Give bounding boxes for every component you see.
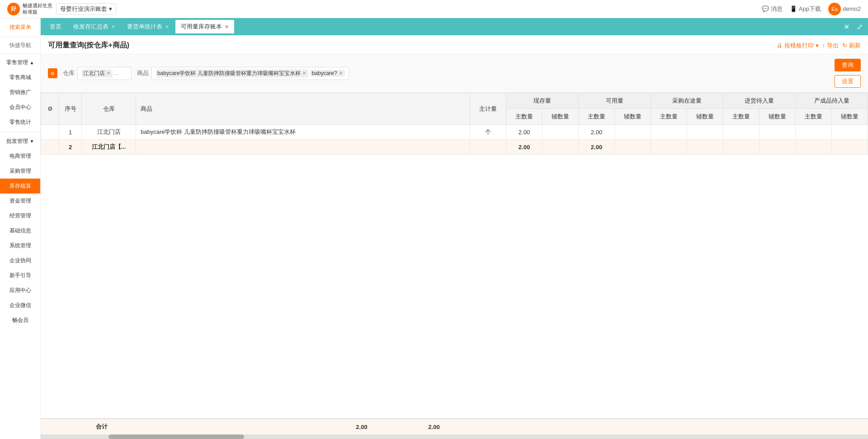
sidebar-item-sys-mgmt[interactable]: 系统管理 <box>0 238 40 253</box>
page-actions: 🖨 按模板打印 ▾ ↑ 导出 ↻ 刷新 <box>777 42 861 50</box>
data-table: ⚙ 序号 仓库 商品 主计量 现存量 可用量 采购在途量 进货待入量 产成品待入… <box>41 93 868 155</box>
expand-button[interactable]: ⤢ <box>855 22 864 32</box>
row-avail-aux <box>615 125 651 140</box>
sidebar-item-enterprise-collab[interactable]: 企业协同 <box>0 253 40 268</box>
settings-icon[interactable]: ⚙ <box>47 105 53 112</box>
scrollbar-thumb[interactable] <box>108 434 244 439</box>
subtotal-warehouse: 江北门店【... <box>82 140 136 155</box>
horizontal-scrollbar[interactable] <box>41 434 868 439</box>
quick-nav-item[interactable]: 快捷导航 <box>0 39 40 52</box>
warehouse-label: 仓库 <box>63 69 75 77</box>
filter-toggle-button[interactable]: » <box>48 68 57 78</box>
table-area: ⚙ 序号 仓库 商品 主计量 现存量 可用量 采购在途量 进货待入量 产成品待入… <box>41 93 868 418</box>
avail-aux-qty-header: 辅数量 <box>615 109 651 125</box>
tab-receipts-summary[interactable]: 收发存汇总表 ✕ <box>68 20 121 33</box>
sidebar-item-purchase-mgmt[interactable]: 采购管理 <box>0 164 40 179</box>
row-product-cell: babycare学饮杯 儿童防摔防撞吸管杯重力球吸嘴杯宝宝水杯 <box>136 125 470 140</box>
avail-main-qty-header: 主数量 <box>579 109 615 125</box>
subtotal-purchase-main <box>651 140 687 155</box>
incoming-pending-header: 进货待入量 <box>723 93 796 109</box>
sidebar-item-enterprise-wechat[interactable]: 企业微信 <box>0 298 40 313</box>
row-warehouse-cell: 江北门店 <box>82 125 136 140</box>
sidebar-item-finance-mgmt[interactable]: 资金管理 <box>0 194 40 208</box>
setting-button[interactable]: 设置 <box>835 75 861 88</box>
org-selector[interactable]: 母婴行业演示账套 ▾ <box>56 3 116 15</box>
subtotal-row: 2 江北门店【... 2.00 2.00 <box>41 140 868 155</box>
sidebar-item-label: 资金管理 <box>9 197 31 205</box>
sidebar-item-ecom-mgmt[interactable]: 电商管理 <box>0 149 40 164</box>
tab-bar: 首页 收发存汇总表 ✕ 要货单统计表 ✕ 可用量库存账本 ✕ ✕ ⤢ <box>41 18 868 35</box>
close-all-tabs-button[interactable]: ✕ <box>842 22 851 32</box>
export-button[interactable]: ↑ 导出 <box>822 42 839 50</box>
product-filter: 商品 babycare学饮杯 儿童防摔防撞吸管杯重力球吸嘴杯宝宝水杯 ✕ bab… <box>137 67 349 80</box>
export-icon: ↑ <box>822 42 826 49</box>
sidebar-item-label: 批发管理 <box>6 137 28 145</box>
sidebar-item-retail-mall[interactable]: 零售商城 <box>0 70 40 85</box>
purchase-aux-qty-header: 辅数量 <box>687 109 723 125</box>
sidebar-item-retail-stats[interactable]: 零售统计 <box>0 115 40 130</box>
sidebar-item-label: 新手引导 <box>9 272 31 279</box>
row-stock-aux <box>542 125 579 140</box>
remove-product-tag-1[interactable]: ✕ <box>302 70 307 76</box>
sidebar-search-section: 搜索菜单 <box>0 18 40 37</box>
settings-col-header: ⚙ <box>41 93 59 125</box>
subtotal-incoming-main <box>723 140 760 155</box>
sidebar-item-batch-mgmt[interactable]: 批发管理 ▼ <box>0 134 40 149</box>
subtotal-product-aux <box>832 140 868 155</box>
sidebar-item-retail-mgmt[interactable]: 零售管理 ▲ <box>0 55 40 70</box>
close-tab-receipts[interactable]: ✕ <box>111 24 115 30</box>
remove-warehouse-tag[interactable]: ✕ <box>106 70 111 76</box>
refresh-button[interactable]: ↻ 刷新 <box>842 42 861 50</box>
row-incoming-main <box>723 125 760 140</box>
sidebar-item-marketing[interactable]: 营销推广 <box>0 85 40 100</box>
incoming-aux-qty-header: 辅数量 <box>760 109 796 125</box>
row-product-aux <box>832 125 868 140</box>
footer-spacer3 <box>307 424 344 430</box>
filter-bar: » 仓库 江北门店 ✕ ... 商品 babycare <box>41 54 868 93</box>
product-main-qty-header: 主数量 <box>796 109 832 125</box>
product-pending-header: 产成品待入量 <box>796 93 868 109</box>
more-options[interactable]: ... <box>114 70 119 76</box>
stock-main-qty-header: 主数量 <box>506 109 542 125</box>
row-purchase-main <box>651 125 687 140</box>
sidebar-item-free-member[interactable]: 畅会员 <box>0 313 40 328</box>
close-tab-order-stats[interactable]: ✕ <box>165 24 169 30</box>
row-stock-main: 2.00 <box>506 125 542 140</box>
subtotal-settings <box>41 140 59 155</box>
sidebar-item-app-center[interactable]: 应用中心 <box>0 283 40 298</box>
user-profile[interactable]: Ea demo2 <box>828 3 861 15</box>
warehouse-input[interactable]: 江北门店 ✕ ... <box>77 67 132 80</box>
sidebar-item-label: 基础信息 <box>9 227 31 235</box>
product-tag-2: babycare? ✕ <box>310 70 345 77</box>
warehouse-tag: 江北门店 ✕ <box>81 69 113 78</box>
search-menu-button[interactable]: 搜索菜单 <box>4 22 37 33</box>
product-input[interactable]: babycare学饮杯 儿童防摔防撞吸管杯重力球吸嘴杯宝宝水杯 ✕ babyca… <box>151 67 349 80</box>
sidebar-item-ops-mgmt[interactable]: 经营管理 <box>0 208 40 223</box>
print-icon: 🖨 <box>777 42 783 49</box>
sidebar-item-member-center[interactable]: 会员中心 <box>0 100 40 115</box>
sidebar-item-label: 会员中心 <box>9 104 31 111</box>
sidebar-item-new-guide[interactable]: 新手引导 <box>0 268 40 283</box>
warehouse-col-header: 仓库 <box>82 93 136 125</box>
remove-product-tag-2[interactable]: ✕ <box>339 70 343 76</box>
footer-spacer2 <box>172 424 307 430</box>
tab-home[interactable]: 首页 <box>44 20 67 33</box>
print-button[interactable]: 🖨 按模板打印 ▾ <box>777 42 819 50</box>
app-download-button[interactable]: 📱 App下载 <box>790 5 821 13</box>
sidebar-item-label: 零售管理 <box>6 59 28 66</box>
footer-stock-aux <box>380 424 416 430</box>
expand-icon: ▲ <box>30 60 34 65</box>
sidebar-item-label: 零售统计 <box>9 118 31 126</box>
tab-available-ledger[interactable]: 可用量库存账本 ✕ <box>175 20 234 33</box>
page-header: 可用量查询(按仓库+商品) 🖨 按模板打印 ▾ ↑ 导出 ↻ 刷新 <box>41 35 868 54</box>
sidebar-item-label: 畅会员 <box>12 316 28 324</box>
message-button[interactable]: 💬 消息 <box>762 5 783 13</box>
query-button[interactable]: 查询 <box>835 59 861 71</box>
sidebar-item-basic-info[interactable]: 基础信息 <box>0 223 40 238</box>
subtotal-avail-main: 2.00 <box>579 140 615 155</box>
close-tab-available-ledger[interactable]: ✕ <box>225 24 229 30</box>
tab-order-stats[interactable]: 要货单统计表 ✕ <box>122 20 175 33</box>
sidebar-item-inventory-check[interactable]: 库存核算 <box>0 179 40 194</box>
subtotal-avail-aux <box>615 140 651 155</box>
table-row: 1 江北门店 babycare学饮杯 儿童防摔防撞吸管杯重力球吸嘴杯宝宝水杯 个… <box>41 125 868 140</box>
